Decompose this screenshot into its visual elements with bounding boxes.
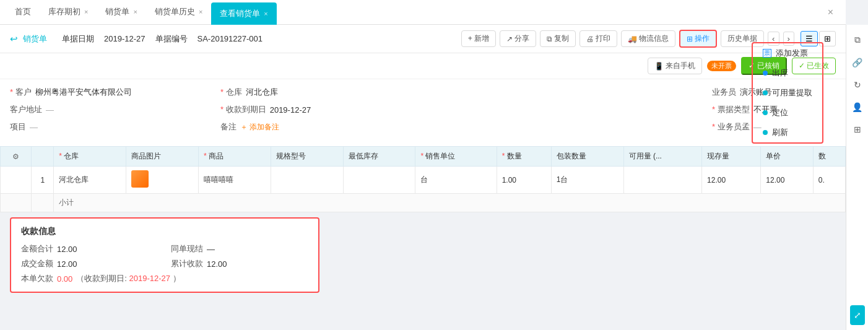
dropdown-wrapper: 票 添加发票 出库 可用量提取 定位 刷新 (752, 42, 823, 144)
row-pack-qty: 1台 (551, 167, 623, 194)
due-row: 本单欠款 0.00 （收款到期日: 2019-12-27 ） (21, 273, 308, 284)
close-all-button[interactable]: × (822, 7, 840, 18)
row-qty: 1.00 (497, 167, 551, 194)
col-spec: 规格型号 (271, 147, 343, 167)
address-value: — (46, 105, 54, 115)
tab-view-sales[interactable]: 查看销货单 × (211, 2, 276, 25)
print-button[interactable]: 🖨 打印 (579, 30, 617, 47)
dropdown-outbound[interactable]: 出库 (753, 63, 822, 83)
row-product: 嘻嘻嘻嘻 (198, 167, 271, 194)
warehouse-field: 仓库 河北仓库 (220, 87, 344, 98)
row-img (126, 167, 199, 194)
row-index: 1 (32, 167, 54, 194)
doc-type-icon: ↩ (10, 33, 18, 45)
project-value: — (30, 123, 38, 132)
doc-type-label: 销货单 (23, 33, 47, 45)
col-gear[interactable]: ⚙ (1, 147, 32, 167)
ticket-label: 票据类型 (712, 104, 750, 115)
cumulative-value: 12.00 (207, 259, 227, 269)
add-note-button[interactable]: ＋ 添加备注 (240, 122, 279, 132)
sidebar-link-icon[interactable]: 🔗 (848, 53, 866, 72)
refresh-dot (763, 130, 768, 135)
tab-view-sales-close[interactable]: × (264, 10, 267, 17)
sidebar-copy-icon[interactable]: ⧉ (851, 30, 864, 50)
share-button[interactable]: ↗ 分享 (500, 30, 536, 47)
tab-sales-order[interactable]: 销货单 × (97, 0, 145, 25)
payment-title: 收款信息 (21, 226, 308, 237)
tab-bar: 首页 库存期初 × 销货单 × 销货单历史 × 查看销货单 × × (0, 0, 846, 25)
tab-inventory-init-close[interactable]: × (84, 8, 88, 15)
col-qty: * 数量 (497, 147, 551, 167)
col-img: 商品图片 (126, 147, 199, 167)
table-header-row: ⚙ * 仓库 商品图片 * 商品 规格型号 最低库存 * 销售单位 (1, 147, 846, 167)
available-qty-dot (763, 90, 768, 95)
same-order-value: — (207, 245, 215, 254)
logistics-button[interactable]: 🚚 物流信息 (621, 30, 675, 47)
warehouse-label: 仓库 (220, 87, 242, 98)
sidebar-table-icon[interactable]: ⊞ (850, 119, 865, 139)
customer-value: 柳州粤港平安气体有限公司 (35, 87, 132, 98)
due-date: 2019-12-27 (129, 274, 171, 283)
product-image (131, 170, 149, 188)
sidebar-user-icon[interactable]: 👤 (848, 97, 866, 117)
product-table-wrap: ⚙ * 仓库 商品图片 * 商品 规格型号 最低库存 * 销售单位 (0, 146, 846, 212)
col-pack-qty: 包装数量 (551, 147, 623, 167)
payment-box: 收款信息 金额合计 12.00 同单现结 — 成交金额 12.00 累计收款 1… (10, 217, 319, 293)
total-value: 12.00 (57, 245, 77, 254)
deal-row: 成交金额 12.00 (21, 258, 158, 269)
warehouse-value: 河北仓库 (246, 87, 278, 98)
due-value: 0.00 (57, 274, 72, 284)
deal-label: 成交金额 (21, 258, 53, 269)
tab-sales-order-close[interactable]: × (133, 8, 137, 15)
right-sidebar: ⧉ 🔗 ↻ 👤 ⊞ ⤢ (846, 25, 868, 298)
new-button[interactable]: + 新增 (461, 30, 496, 47)
staff2-label: 业务员孟 (712, 121, 750, 132)
no-label: 单据编号 (155, 33, 188, 45)
dropdown-add-invoice[interactable]: 票 添加发票 (753, 43, 822, 63)
note-field: 备注 ＋ 添加备注 (220, 121, 344, 132)
note-label: 备注 (220, 121, 237, 132)
plus-icon: ＋ (240, 123, 248, 131)
project-label: 项目 (10, 121, 26, 132)
tab-sales-history[interactable]: 销货单历史 × (146, 0, 211, 25)
table-row: 1 河北仓库 嘻嘻嘻嘻 台 1.00 1台 12.00 12.00 0. (1, 167, 846, 194)
same-order-label: 同单现结 (171, 243, 203, 254)
address-label: 客户地址 (10, 104, 42, 115)
project-field: 项目 — (10, 121, 134, 132)
copy-doc-icon: ⧉ (547, 35, 552, 43)
address-field: 客户地址 — (10, 104, 134, 115)
col-price: 单价 (761, 147, 814, 167)
payment-grid: 金额合计 12.00 同单现结 — 成交金额 12.00 累计收款 12.00 … (21, 243, 308, 284)
locate-dot (763, 110, 768, 115)
tab-inventory-init[interactable]: 库存期初 × (40, 0, 97, 25)
customer-field: 客户 柳州粤港平安气体有限公司 (10, 87, 134, 98)
product-table: ⚙ * 仓库 商品图片 * 商品 规格型号 最低库存 * 销售单位 (0, 146, 846, 212)
subtotal-row: 小计 (1, 194, 846, 212)
row-min-stock (343, 167, 415, 194)
total-label: 金额合计 (21, 243, 53, 254)
toolbar-row: 📱 来自手机 未开票 ✓ 已核销 ✓ 已生效 (0, 53, 846, 79)
outbound-dot (763, 71, 768, 76)
sidebar-rotate-icon[interactable]: ↻ (850, 75, 865, 95)
col-stock: 现存量 (702, 147, 761, 167)
dropdown-locate[interactable]: 定位 (753, 103, 822, 123)
doc-title-area: ↩ 销货单 单据日期 2019-12-27 单据编号 SA-20191227-0… (10, 33, 263, 45)
doc-meta: 单据日期 2019-12-27 单据编号 SA-20191227-001 (62, 33, 263, 45)
form-section: 客户 柳州粤港平安气体有限公司 仓库 河北仓库 业务员 演示账号 客户地址 — … (0, 79, 846, 146)
grid-icon: ⊞ (687, 35, 693, 43)
from-phone-button[interactable]: 📱 来自手机 (648, 58, 702, 74)
copy-button[interactable]: ⧉ 复制 (540, 30, 576, 47)
row-warehouse: 河北仓库 (54, 167, 126, 194)
invoice-icon: 票 (763, 49, 771, 58)
dropdown-available-qty[interactable]: 可用量提取 (753, 83, 822, 103)
tab-home[interactable]: 首页 (6, 0, 40, 25)
dropdown-refresh[interactable]: 刷新 (753, 123, 822, 142)
same-order-row: 同单现结 — (171, 243, 308, 254)
form-row-2: 客户地址 — 收款到期日 2019-12-27 票据类型 不开票 (10, 104, 836, 115)
row-spec (271, 167, 343, 194)
dropdown-popup: 票 添加发票 出库 可用量提取 定位 刷新 (752, 42, 823, 144)
operate-button[interactable]: ⊞ 操作 (679, 30, 717, 48)
tab-sales-history-close[interactable]: × (199, 8, 202, 15)
due-date-label: 收款到期日 (220, 104, 266, 115)
doc-header: ↩ 销货单 单据日期 2019-12-27 单据编号 SA-20191227-0… (0, 25, 846, 53)
